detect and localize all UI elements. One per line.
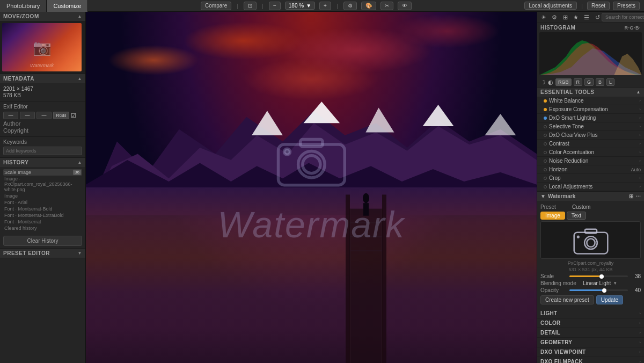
- list-icon[interactable]: ☰: [582, 13, 591, 21]
- tool-color[interactable]: COLOR ›: [537, 318, 644, 328]
- wm-scale-thumb[interactable]: [599, 274, 604, 279]
- wm-image-tab[interactable]: Image: [540, 212, 565, 220]
- center-image: Watermark: [86, 12, 537, 363]
- arrow-icon: ▲: [78, 14, 82, 19]
- separator: |: [237, 3, 238, 9]
- watermark-header[interactable]: ▼ Watermark ⊞ ⋯: [537, 192, 644, 201]
- exif-controls-row: RGB ☑: [3, 112, 82, 119]
- tool-smart-lighting[interactable]: DxO Smart Lighting ›: [537, 114, 644, 122]
- exif-input-2[interactable]: [20, 112, 35, 119]
- tool-white-balance[interactable]: White Balance ›: [537, 97, 644, 105]
- rgb-channel-button[interactable]: RGB: [555, 78, 572, 86]
- wm-opacity-row: Opacity 40: [540, 287, 641, 293]
- pier-svg: [334, 153, 398, 363]
- tool-contrast[interactable]: Contrast ›: [537, 140, 644, 148]
- dot-smart-lighting: [544, 117, 547, 120]
- watermark-controls: Preset Custom Image Text: [537, 201, 644, 309]
- tool-exposure[interactable]: Exposure Compensation ›: [537, 105, 644, 114]
- metadata-header[interactable]: METADATA ▲: [0, 74, 85, 83]
- tab-photo-library[interactable]: PhotoLibrary: [0, 0, 47, 12]
- l-channel-button[interactable]: L: [606, 78, 614, 86]
- left-panel: MOVE/ZOOM ▲ 📷 Watermark METADATA ▲ 2201 …: [0, 12, 86, 363]
- essential-tools-header: ESSENTIAL TOOLS ▲: [537, 88, 644, 97]
- tool-clearview[interactable]: DxO ClearView Plus ›: [537, 131, 644, 140]
- plus-zoom-button[interactable]: +: [319, 2, 331, 10]
- presets-button[interactable]: Presets: [613, 2, 640, 10]
- svg-rect-14: [346, 194, 350, 363]
- b-channel-button[interactable]: B: [596, 78, 604, 86]
- thumbnail-image: 📷 Watermark: [2, 23, 82, 71]
- refresh-icon[interactable]: ↺: [593, 13, 602, 21]
- svg-rect-8: [350, 208, 382, 363]
- history-image-file: Image · PxClpart.com_royal_20250366-whit…: [3, 176, 82, 193]
- exif-section: Exif Editor RGB ☑ Author Copyright: [0, 101, 85, 137]
- reset-button[interactable]: Reset: [587, 2, 610, 10]
- grid-icon[interactable]: ⊞: [561, 13, 569, 21]
- app-tabs: PhotoLibrary Customize: [0, 0, 88, 12]
- watermark-more-icon[interactable]: ⋯: [635, 193, 641, 199]
- tools-button[interactable]: ⚙: [343, 2, 357, 10]
- local-adjustments-button[interactable]: Local adjustments: [524, 2, 577, 10]
- wm-blend-row: Blending mode Linear Light ▼: [540, 280, 641, 286]
- crop-button[interactable]: ✂: [380, 2, 393, 10]
- wm-tabs: Image Text: [540, 212, 641, 220]
- g-channel-button[interactable]: G: [584, 78, 594, 86]
- compare-button[interactable]: Compare: [201, 2, 231, 10]
- tool-arrow-crop-icon: ›: [639, 176, 641, 180]
- minus-zoom-button[interactable]: −: [269, 2, 281, 10]
- clear-history-button[interactable]: Clear History: [3, 236, 82, 246]
- gear-icon[interactable]: ⚙: [550, 13, 559, 21]
- color-button[interactable]: 🎨: [361, 2, 376, 10]
- tool-horizon[interactable]: Horizon Auto: [537, 165, 644, 174]
- wm-scale-slider[interactable]: [569, 275, 628, 277]
- metadata-arrow-icon: ▲: [78, 76, 82, 81]
- tool-arrow-local-icon: ›: [639, 184, 641, 189]
- star-icon[interactable]: ★: [572, 13, 580, 21]
- tool-dxo-filmpack[interactable]: DXO FILMPACK ›: [537, 357, 644, 363]
- svg-point-25: [587, 238, 595, 246]
- separator2: |: [262, 3, 264, 9]
- tool-crop[interactable]: Crop ›: [537, 174, 644, 183]
- preset-editor-section: PRESET EDITOR ▼: [0, 249, 85, 258]
- tab-customize[interactable]: Customize: [47, 0, 88, 12]
- metadata-section: METADATA ▲ 2201 × 1467 578 KB: [0, 74, 85, 101]
- dot-horizon: [544, 168, 547, 171]
- color-arrow-icon: ›: [639, 321, 641, 325]
- keywords-input[interactable]: [3, 147, 82, 155]
- fit-button[interactable]: ⊡: [244, 2, 257, 10]
- preset-editor-header[interactable]: PRESET EDITOR ▼: [0, 249, 85, 258]
- create-preset-button[interactable]: Create new preset: [540, 295, 594, 304]
- eye-button[interactable]: 👁: [398, 2, 412, 10]
- move-zoom-header[interactable]: MOVE/ZOOM ▲: [0, 12, 85, 21]
- wm-opacity-thumb[interactable]: [602, 288, 606, 293]
- wm-opacity-slider[interactable]: [569, 289, 628, 291]
- tool-geometry[interactable]: GEOMETRY ›: [537, 338, 644, 347]
- tool-noise-reduction[interactable]: Noise Reduction ›: [537, 157, 644, 165]
- sun-channel-icon[interactable]: ◐: [548, 79, 553, 86]
- tool-light[interactable]: LIGHT ›: [537, 309, 644, 318]
- history-item-scale[interactable]: Scale Image 36: [3, 169, 82, 176]
- watermark-grid-icon[interactable]: ⊞: [629, 193, 633, 199]
- rgb-button[interactable]: RGB: [53, 112, 69, 119]
- sun-icon[interactable]: ☀: [539, 13, 548, 21]
- thumbnail-watermark-text: Watermark: [30, 63, 54, 68]
- r-channel-button[interactable]: R: [574, 78, 583, 86]
- tool-local-adj[interactable]: Local Adjustments ›: [537, 183, 644, 191]
- update-button[interactable]: Update: [596, 295, 623, 304]
- keywords-title: Keywords: [3, 139, 82, 145]
- moon-icon[interactable]: ☽: [540, 79, 546, 86]
- wm-camera-svg: [572, 226, 610, 255]
- wm-text-tab[interactable]: Text: [567, 212, 586, 220]
- tool-dxo-viewpoint[interactable]: DXO VIEWPOINT ›: [537, 347, 644, 357]
- exif-input-1[interactable]: [3, 112, 18, 119]
- tool-color-accentuation[interactable]: Color Accentuation ›: [537, 148, 644, 157]
- exif-input-3[interactable]: [36, 112, 52, 119]
- photo-canvas: Watermark: [86, 12, 537, 363]
- histogram-svg: [539, 32, 642, 75]
- search-input[interactable]: [602, 13, 644, 21]
- tool-detail[interactable]: DETAIL ›: [537, 328, 644, 338]
- blend-dropdown-icon[interactable]: ▼: [613, 281, 617, 286]
- tool-selective-tone[interactable]: Selective Tone ›: [537, 122, 644, 131]
- history-content: Scale Image 36 Image · PxClpart.com_roya…: [0, 167, 85, 234]
- history-header[interactable]: HISTORY ▲: [0, 158, 85, 167]
